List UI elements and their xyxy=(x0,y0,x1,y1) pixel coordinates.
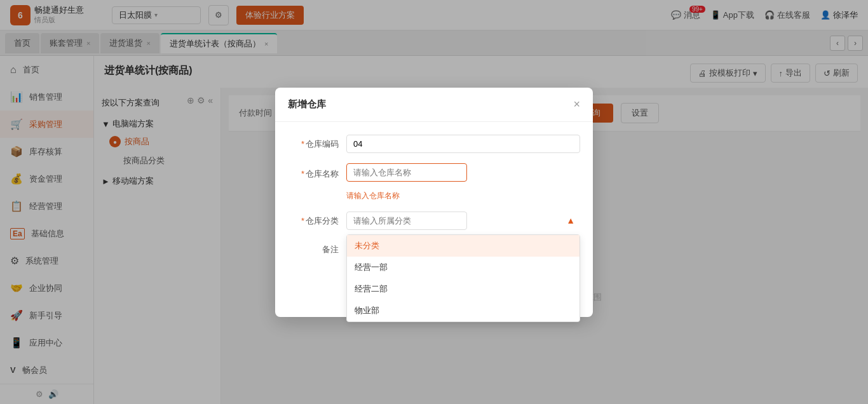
modal-overlay: 新增仓库 × *仓库编码 *仓库名称 xyxy=(0,0,868,404)
category-dropdown: 未分类 经营一部 经营二部 物业部 xyxy=(346,234,580,322)
form-row-category: *仓库分类 ▲ 未分类 经营一部 经营二部 物业部 xyxy=(288,212,580,230)
dropdown-item-3[interactable]: 物业部 xyxy=(347,300,580,321)
category-dropdown-arrow[interactable]: ▲ xyxy=(566,215,575,226)
modal-title: 新增仓库 xyxy=(288,98,326,111)
modal-close-button[interactable]: × xyxy=(573,98,580,111)
name-input-wrapper xyxy=(346,163,580,182)
form-row-code: *仓库编码 xyxy=(288,135,580,153)
modal-body: *仓库编码 *仓库名称 请输入仓库名称 xyxy=(275,122,593,281)
category-input[interactable] xyxy=(346,212,467,230)
dropdown-item-1[interactable]: 经营一部 xyxy=(347,257,580,278)
dropdown-item-2[interactable]: 经营二部 xyxy=(347,278,580,300)
code-input[interactable] xyxy=(346,135,580,153)
name-input[interactable] xyxy=(346,163,467,182)
code-label: *仓库编码 xyxy=(288,135,339,150)
category-input-wrapper: ▲ 未分类 经营一部 经营二部 物业部 xyxy=(346,212,580,230)
dropdown-item-0[interactable]: 未分类 xyxy=(347,235,580,257)
form-row-name: *仓库名称 请输入仓库名称 xyxy=(288,163,580,201)
name-label: *仓库名称 xyxy=(288,165,339,180)
modal-header: 新增仓库 × xyxy=(275,88,593,122)
name-error-msg: 请输入仓库名称 xyxy=(346,191,400,200)
note-label: 备注 xyxy=(288,240,339,255)
category-label: *仓库分类 xyxy=(288,212,339,227)
new-warehouse-modal: 新增仓库 × *仓库编码 *仓库名称 xyxy=(275,88,593,317)
